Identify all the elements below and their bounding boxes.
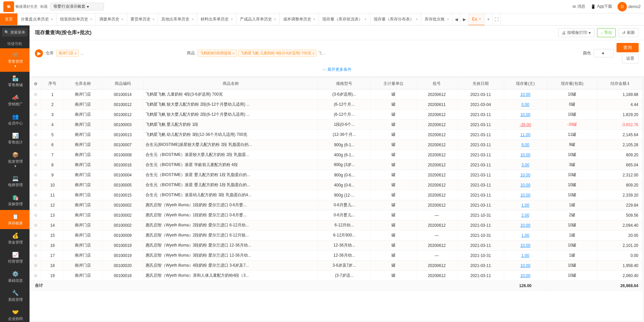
row-stock-main[interactable]: 1.00 bbox=[504, 230, 547, 240]
row-settings[interactable]: ⚙ bbox=[31, 271, 41, 281]
tab-transfer[interactable]: 调拨单历史× bbox=[96, 13, 127, 25]
row-settings[interactable]: ⚙ bbox=[31, 180, 41, 190]
row-settings[interactable]: ⚙ bbox=[31, 200, 41, 210]
sidebar-item-retail-shop[interactable]: 🏪 零售商城 bbox=[0, 72, 30, 91]
app-download-btn[interactable]: 📱 App下载 bbox=[591, 4, 612, 9]
remove-product-tag-2[interactable]: × bbox=[312, 51, 314, 55]
tab-material-out[interactable]: 材料出库单历史× bbox=[197, 13, 236, 25]
row-stock-main[interactable]: 10.00 bbox=[504, 261, 547, 271]
row-settings[interactable]: ⚙ bbox=[31, 120, 41, 130]
table-container[interactable]: ⚙ 序号 仓库名称 商品编码 商品名称 规格型号 主计量单位 批号 失效日期 现… bbox=[31, 78, 643, 321]
row-stock-main[interactable]: 10.00 bbox=[504, 240, 547, 251]
expand-conditions-btn[interactable]: ⋯ 展开更多条件 bbox=[320, 65, 354, 74]
tab-other-out[interactable]: 其他出库单历史× bbox=[158, 13, 197, 25]
color-dropdown[interactable]: ▾ bbox=[594, 49, 614, 57]
row-settings[interactable]: ⚙ bbox=[31, 90, 41, 100]
sidebar-item-basic[interactable]: ⚙️ 基础信息 bbox=[0, 267, 30, 286]
tab-stock-dist[interactable]: 现存量（库存分布表）× bbox=[370, 13, 422, 25]
tab-home[interactable]: 首页 bbox=[0, 13, 17, 25]
tab-prev-btn[interactable]: ◀ bbox=[452, 13, 461, 25]
print-btn[interactable]: 🖨 按模板打印 ▾ bbox=[558, 28, 594, 37]
row-stock-main[interactable]: 1.00 bbox=[504, 251, 547, 261]
row-stock-main[interactable]: 10.00 bbox=[504, 190, 547, 200]
col-settings[interactable]: ⚙ bbox=[31, 78, 41, 90]
sidebar-item-enterprise[interactable]: 🤝 企业协同 bbox=[0, 306, 30, 322]
close-stock-status[interactable]: × bbox=[365, 17, 367, 21]
row-settings[interactable]: ⚙ bbox=[31, 110, 41, 120]
message-btn[interactable]: ✉ 消息 bbox=[573, 4, 585, 9]
tab-next-btn[interactable]: ▶ bbox=[461, 13, 469, 25]
row-stock-main[interactable]: 10.00 bbox=[504, 170, 547, 180]
row-settings[interactable]: ⚙ bbox=[31, 100, 41, 110]
row-stock-main[interactable]: 10.00 bbox=[504, 220, 547, 230]
close-product-in[interactable]: × bbox=[274, 17, 276, 21]
row-settings[interactable]: ⚙ bbox=[31, 261, 41, 271]
row-stock-main[interactable]: 10.00 bbox=[504, 180, 547, 190]
user-area[interactable]: D demo2 bbox=[618, 2, 641, 11]
row-settings[interactable]: ⚙ bbox=[31, 210, 41, 220]
refresh-btn[interactable]: ↺ 刷新 bbox=[619, 28, 639, 37]
row-settings[interactable]: ⚙ bbox=[31, 160, 41, 170]
search-menu-btn[interactable]: 🔍 搜索菜单 bbox=[2, 28, 28, 37]
row-stock-main[interactable]: 10.00 bbox=[504, 110, 547, 120]
row-settings[interactable]: ⚙ bbox=[31, 230, 41, 240]
row-settings[interactable]: ⚙ bbox=[31, 150, 41, 160]
product-tag-1[interactable]: 飞鹤奶粉3段两提装 × bbox=[198, 50, 237, 57]
tab-split[interactable]: 分量盘点单历史× bbox=[17, 13, 57, 25]
filter-toggle-btn[interactable]: ▶ bbox=[35, 49, 43, 57]
row-stock-main[interactable]: 10.00 bbox=[504, 90, 547, 100]
row-stock-main[interactable]: 2.00 bbox=[504, 210, 547, 220]
sidebar-item-retail[interactable]: 🛒 零售管理 ▾ bbox=[0, 48, 30, 72]
product-dots[interactable]: 飞... bbox=[318, 50, 325, 56]
close-stock-dist[interactable]: × bbox=[416, 17, 418, 21]
close-split[interactable]: × bbox=[51, 17, 53, 21]
row-stock-main[interactable]: 3.00 bbox=[504, 160, 547, 170]
shortcut-nav-label[interactable]: 快捷导航 bbox=[0, 39, 30, 48]
row-settings[interactable]: ⚙ bbox=[31, 190, 41, 200]
close-active[interactable]: × bbox=[479, 17, 481, 21]
row-settings[interactable]: ⚙ bbox=[31, 130, 41, 140]
sidebar-item-purchase[interactable]: 🛍️ 采购管理 bbox=[0, 191, 30, 210]
sidebar-item-operations[interactable]: 📈 经营管理 bbox=[0, 248, 30, 267]
close-cost-adjust[interactable]: × bbox=[313, 17, 315, 21]
industry-selector[interactable]: 母婴行业演示账套 ▾ bbox=[50, 3, 104, 10]
warehouse-dots[interactable]: ... bbox=[80, 51, 84, 56]
tab-stock-status[interactable]: 现存量（库存状况表）× bbox=[319, 13, 370, 25]
query-btn[interactable]: 查询 bbox=[616, 43, 639, 52]
remove-warehouse-tag[interactable]: × bbox=[74, 51, 76, 55]
row-stock-main[interactable]: -39.00 bbox=[504, 120, 547, 130]
sidebar-item-finance[interactable]: 💰 资金管理 bbox=[0, 229, 30, 248]
sidebar-item-retail-stats[interactable]: 📊 零售统计 bbox=[0, 129, 30, 148]
row-stock-main[interactable]: 1.00 bbox=[504, 200, 547, 210]
close-disassemble[interactable]: × bbox=[90, 17, 92, 21]
tab-expand-btn[interactable]: ⛶ bbox=[493, 13, 501, 25]
row-settings[interactable]: ⚙ bbox=[31, 170, 41, 180]
tab-active[interactable]: Ea× bbox=[469, 13, 485, 25]
close-material-out[interactable]: × bbox=[231, 17, 233, 21]
tab-batch-voucher[interactable]: 库存批次账× bbox=[421, 13, 452, 25]
row-settings[interactable]: ⚙ bbox=[31, 140, 41, 150]
row-stock-main[interactable]: 9.00 bbox=[504, 140, 547, 150]
row-stock-main[interactable]: 11.00 bbox=[504, 130, 547, 140]
row-stock-main[interactable]: 10.00 bbox=[504, 271, 547, 281]
tab-requisition[interactable]: 要货单历史× bbox=[127, 13, 158, 25]
sidebar-item-wholesale[interactable]: 📦 批发管理 ▾ bbox=[0, 148, 30, 172]
row-settings[interactable]: ⚙ bbox=[31, 220, 41, 230]
sidebar-item-marketing[interactable]: 📣 营销推广 bbox=[0, 91, 30, 110]
row-settings[interactable]: ⚙ bbox=[31, 240, 41, 251]
warehouse-tag-1[interactable]: 南岸门店 × bbox=[56, 50, 79, 57]
row-settings[interactable]: ⚙ bbox=[31, 251, 41, 261]
row-stock-main[interactable]: 0.00 bbox=[504, 100, 547, 110]
sidebar-item-system[interactable]: 🔧 系统管理 bbox=[0, 286, 30, 306]
row-stock-main[interactable]: 10.00 bbox=[504, 150, 547, 160]
sidebar-item-inventory[interactable]: 📋 库存核算 bbox=[0, 210, 30, 229]
tab-product-in[interactable]: 产成品入库单历史× bbox=[236, 13, 280, 25]
product-tag-2[interactable]: 飞鹤星飞帆 儿童奶粉 4段(3-6岁适用) 700克 × bbox=[238, 50, 317, 57]
settings-btn[interactable]: 设置 bbox=[622, 54, 639, 63]
export-btn[interactable]: ↓ 导出 bbox=[597, 28, 616, 37]
sidebar-item-member[interactable]: 👥 会员中心 bbox=[0, 110, 30, 129]
sidebar-item-ecommerce[interactable]: 💻 电商管理 bbox=[0, 172, 30, 191]
tab-close-btn[interactable]: × bbox=[485, 13, 493, 25]
remove-product-tag-1[interactable]: × bbox=[232, 51, 234, 55]
close-other-out[interactable]: × bbox=[192, 17, 194, 21]
